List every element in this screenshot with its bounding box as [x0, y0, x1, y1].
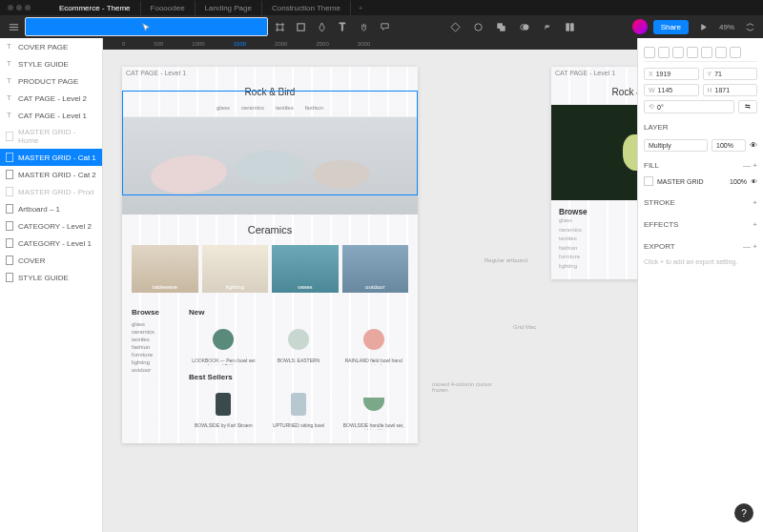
cat-lighting: lighting [202, 245, 269, 293]
layer-master-prod[interactable]: MASTER GRID - Prod [0, 183, 102, 200]
boolean-icon[interactable] [515, 17, 534, 36]
layer-section: LAYER [644, 119, 757, 135]
nav-menu: glassceramicstextilesfashion [122, 105, 418, 117]
add-effect-icon[interactable]: + [753, 220, 757, 229]
layout-icon[interactable] [561, 17, 580, 36]
x-field[interactable]: X1919 [644, 68, 699, 80]
annotation-2: Grid Mac [513, 324, 536, 330]
export-section: EXPORT— + [644, 238, 757, 255]
add-tab-button[interactable]: + [351, 1, 371, 15]
fill-swatch[interactable] [644, 176, 653, 186]
link-icon[interactable] [538, 17, 557, 36]
h-field[interactable]: H1871 [703, 84, 758, 96]
add-export-icon[interactable]: — + [743, 242, 757, 251]
browse-list-2: Browse glassceramicstextilesfashionfurni… [551, 200, 637, 279]
canvas[interactable]: 050010001500200025003000 CAT PAGE - Leve… [103, 38, 637, 532]
text-tool[interactable]: T [333, 17, 352, 36]
brand-title: Rock & Bird [122, 79, 418, 105]
zoom-options-icon[interactable] [740, 17, 759, 36]
tab-landing[interactable]: Landing Page [196, 1, 262, 15]
artboard-cat-page[interactable]: CAT PAGE - Level 1 Rock & Bird glasscera… [122, 67, 418, 443]
present-icon[interactable] [694, 17, 713, 36]
svg-point-6 [524, 24, 529, 30]
layers-panel: COVER PAGE STYLE GUIDE PRODUCT PAGE CAT … [0, 38, 103, 532]
bestsellers-heading: Best Sellers [189, 373, 408, 381]
new-heading: New [189, 308, 408, 317]
brand-title-2: Rock & Bird [551, 79, 637, 105]
eye-icon[interactable]: 👁 [750, 141, 757, 150]
window-controls[interactable] [8, 5, 31, 10]
stroke-section: STROKE+ [644, 194, 757, 211]
menu-icon[interactable] [4, 17, 23, 36]
category-grid: tableware lighting vases outdoor [122, 245, 418, 302]
layer-cover-page[interactable]: COVER PAGE [0, 38, 102, 55]
layer-master-cat2[interactable]: MASTER GRID - Cat 2 [0, 166, 102, 183]
hero-image [122, 117, 418, 215]
layer-product-page[interactable]: PRODUCT PAGE [0, 72, 102, 90]
zoom-level[interactable]: 49% [719, 23, 734, 31]
blend-mode-select[interactable]: Multiply [644, 139, 708, 152]
inspector-panel: X1919 Y71 W1145 H1871 ⟲0° ⇋ LAYER Multip… [637, 38, 763, 532]
layer-styleguide-2[interactable]: STYLE GUIDE [0, 269, 102, 286]
align-left-icon[interactable] [644, 47, 655, 58]
ruler-horizontal: 050010001500200025003000 [103, 38, 637, 50]
opacity-field[interactable]: 100% [711, 139, 746, 152]
artboard-secondary[interactable]: CAT PAGE - Level 1 Rock & Bird Table Bro… [551, 67, 637, 279]
fill-opacity[interactable]: 100% [730, 178, 747, 185]
svg-rect-8 [571, 23, 574, 30]
fill-name: MASTER GRID [657, 178, 726, 185]
cat-vases: vases [272, 245, 339, 293]
title-bar: Ecommerce - Theme Foooodee Landing Page … [0, 0, 763, 15]
add-stroke-icon[interactable]: + [753, 198, 757, 207]
hero-image-2: Table [551, 105, 637, 200]
tab-ecommerce[interactable]: Ecommerce - Theme [50, 1, 141, 15]
y-field[interactable]: Y71 [703, 68, 758, 80]
svg-rect-7 [567, 23, 569, 30]
layer-master-cat1[interactable]: MASTER GRID - Cat 1 [0, 149, 102, 166]
tab-construction[interactable]: Construction Theme [262, 1, 351, 15]
align-right-icon[interactable] [672, 47, 684, 58]
w-field[interactable]: W1145 [644, 84, 699, 96]
layer-cat-page-1[interactable]: CAT PAGE - Level 1 [0, 107, 102, 124]
flip-button[interactable]: ⇋ [738, 100, 757, 113]
share-button[interactable]: Share [653, 20, 689, 34]
browse-sidebar: Browse glassceramicstextilesfashionfurni… [132, 308, 179, 438]
rotation-field[interactable]: ⟲0° [644, 100, 734, 113]
layer-category-2[interactable]: CATEGORY - Level 2 [0, 217, 102, 235]
layer-artboard-1[interactable]: Artboard – 1 [0, 200, 102, 217]
layer-style-guide[interactable]: STYLE GUIDE [0, 55, 102, 72]
annotation-3: moved 4-column cursor frozen [432, 381, 499, 393]
fill-visible-icon[interactable]: 👁 [751, 178, 757, 185]
fill-section: FILL— + [644, 157, 757, 174]
document-tabs: Ecommerce - Theme Foooodee Landing Page … [50, 1, 371, 15]
help-button[interactable]: ? [734, 503, 753, 522]
svg-rect-0 [298, 23, 304, 30]
cat-outdoor: outdoor [342, 245, 409, 293]
align-bottom-icon[interactable] [715, 47, 727, 58]
annotation-1: Regular artboard [485, 257, 527, 263]
pen-tool[interactable] [312, 17, 331, 36]
align-middle-icon[interactable] [701, 47, 712, 58]
svg-rect-4 [501, 26, 505, 31]
add-fill-icon[interactable]: — + [743, 161, 757, 170]
layer-cat-page-2[interactable]: CAT PAGE - Level 2 [0, 90, 102, 107]
svg-point-2 [475, 23, 482, 30]
comment-tool[interactable] [375, 17, 394, 36]
union-icon[interactable] [492, 17, 511, 36]
move-tool[interactable] [25, 17, 268, 36]
tab-foooodee[interactable]: Foooodee [141, 1, 196, 15]
layer-cover[interactable]: COVER [0, 252, 102, 269]
artboard-label: CAT PAGE - Level 1 [122, 67, 418, 79]
layer-category-1[interactable]: CATEGORY - Level 1 [0, 235, 102, 252]
frame-tool[interactable] [270, 17, 289, 36]
component-icon[interactable] [446, 17, 465, 36]
align-top-icon[interactable] [687, 47, 698, 58]
shape-tool[interactable] [291, 17, 310, 36]
page-heading: Ceramics [122, 215, 418, 245]
avatar[interactable] [632, 19, 648, 34]
distribute-icon[interactable] [730, 47, 741, 58]
align-center-icon[interactable] [658, 47, 670, 58]
layer-master-home[interactable]: MASTER GRID - Home [0, 124, 102, 149]
hand-tool[interactable] [354, 17, 373, 36]
mask-icon[interactable] [469, 17, 488, 36]
